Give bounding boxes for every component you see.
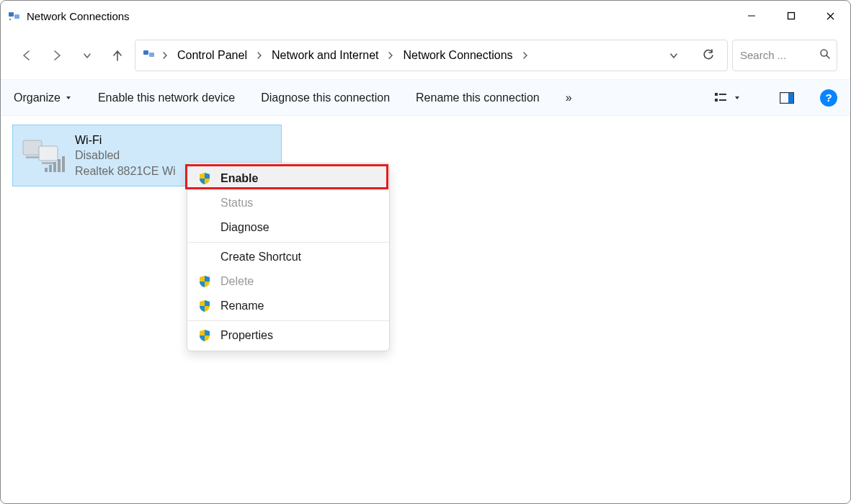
svg-rect-22 [49, 165, 52, 172]
forward-button[interactable] [44, 42, 70, 68]
view-options-button[interactable] [715, 92, 741, 104]
content-area: Wi-Fi Disabled Realtek 8821CE Wi [1, 116, 850, 195]
rename-connection-button[interactable]: Rename this connection [416, 91, 540, 104]
title-bar: Network Connections [1, 1, 850, 31]
svg-rect-20 [42, 162, 55, 164]
svg-rect-7 [143, 50, 148, 55]
ctx-properties-label: Properties [220, 329, 273, 342]
address-bar[interactable]: Control Panel Network and Internet Netwo… [135, 40, 728, 71]
chevron-right-icon[interactable] [253, 50, 266, 60]
adapter-device: Realtek 8821CE Wi [75, 163, 176, 179]
svg-rect-0 [9, 12, 14, 17]
ctx-separator [187, 242, 389, 243]
up-button[interactable] [104, 42, 130, 68]
chevron-right-icon[interactable] [384, 50, 397, 60]
context-menu: Enable Status Diagnose Create Shortcut D… [187, 163, 390, 351]
svg-rect-4 [788, 13, 794, 19]
svg-rect-16 [788, 93, 793, 103]
adapter-status: Disabled [75, 148, 176, 163]
svg-rect-18 [39, 146, 58, 161]
diagnose-connection-button[interactable]: Diagnose this connection [261, 91, 390, 104]
address-row: Control Panel Network and Internet Netwo… [1, 31, 850, 80]
search-input[interactable] [739, 48, 816, 62]
shield-icon [197, 275, 212, 288]
svg-rect-14 [719, 99, 726, 101]
window-title: Network Connections [27, 10, 130, 22]
ctx-status-label: Status [220, 197, 253, 210]
shield-icon [197, 172, 212, 185]
svg-rect-8 [149, 53, 154, 57]
svg-rect-13 [715, 99, 718, 102]
svg-rect-1 [14, 14, 19, 19]
ctx-rename[interactable]: Rename [187, 294, 389, 318]
enable-device-button[interactable]: Enable this network device [98, 91, 235, 104]
ctx-separator [187, 320, 389, 321]
ctx-diagnose[interactable]: Diagnose [187, 215, 389, 240]
app-icon [8, 9, 21, 22]
ctx-properties[interactable]: Properties [187, 323, 389, 348]
adapter-name: Wi-Fi [75, 132, 176, 148]
minimize-button[interactable] [731, 1, 771, 31]
svg-rect-24 [58, 159, 61, 172]
organize-button[interactable]: Organize [14, 91, 72, 104]
close-button[interactable] [811, 1, 850, 31]
ctx-delete-label: Delete [220, 275, 254, 288]
svg-rect-19 [26, 156, 39, 158]
search-icon [819, 48, 831, 62]
caret-down-icon [65, 91, 72, 104]
maximize-button[interactable] [771, 1, 811, 31]
ctx-create-shortcut[interactable]: Create Shortcut [187, 245, 389, 269]
chevron-right-icon[interactable] [159, 50, 171, 60]
ctx-delete: Delete [187, 269, 389, 294]
back-button[interactable] [14, 42, 40, 68]
breadcrumb-network-internet[interactable]: Network and Internet [269, 49, 382, 62]
svg-rect-21 [45, 168, 48, 172]
organize-label: Organize [14, 91, 61, 104]
svg-point-2 [9, 19, 11, 20]
ctx-enable-label: Enable [220, 172, 258, 185]
ctx-rename-label: Rename [220, 300, 264, 312]
overflow-button[interactable]: » [566, 91, 572, 104]
refresh-button[interactable] [692, 41, 724, 70]
breadcrumb-control-panel[interactable]: Control Panel [174, 49, 250, 62]
svg-line-10 [827, 55, 829, 58]
svg-rect-12 [719, 94, 726, 95]
ctx-enable[interactable]: Enable [187, 166, 389, 191]
ctx-create-shortcut-label: Create Shortcut [220, 251, 301, 264]
network-adapter-icon [20, 132, 66, 179]
chevron-right-icon[interactable] [519, 50, 532, 60]
help-button[interactable]: ? [820, 89, 837, 107]
ctx-diagnose-label: Diagnose [220, 221, 269, 234]
search-box[interactable] [732, 40, 837, 71]
command-bar: Organize Enable this network device Diag… [1, 80, 850, 116]
location-icon [143, 48, 156, 63]
preview-pane-button[interactable] [780, 92, 794, 104]
ctx-status: Status [187, 191, 389, 215]
recent-locations-button[interactable] [74, 42, 100, 68]
svg-rect-23 [53, 162, 56, 172]
address-history-button[interactable] [658, 41, 690, 70]
shield-icon [197, 329, 212, 342]
svg-rect-25 [62, 156, 65, 172]
shield-icon [197, 300, 212, 312]
svg-rect-11 [715, 93, 718, 96]
breadcrumb-network-connections[interactable]: Network Connections [400, 49, 515, 62]
adapter-text: Wi-Fi Disabled Realtek 8821CE Wi [75, 132, 176, 179]
